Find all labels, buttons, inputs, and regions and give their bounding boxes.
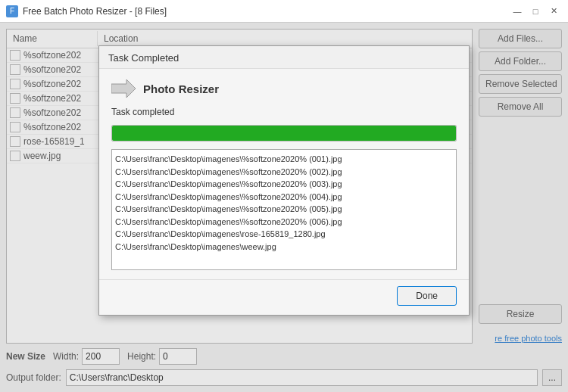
modal-header-row: Photo Resizer xyxy=(111,78,457,99)
progress-bar-container xyxy=(111,125,457,142)
minimize-button[interactable]: — xyxy=(509,4,526,19)
title-bar-left: F Free Batch Photo Resizer - [8 Files] xyxy=(6,5,167,17)
log-area[interactable]: C:\Users\franc\Desktop\imagenes\%softzon… xyxy=(111,149,457,270)
log-entry: C:\Users\franc\Desktop\imagenes\%softzon… xyxy=(115,191,453,204)
modal-footer: Done xyxy=(99,279,469,315)
window-controls: — □ ✕ xyxy=(509,4,562,19)
modal-app-title: Photo Resizer xyxy=(143,82,219,95)
log-entry: C:\Users\franc\Desktop\imagenes\rose-165… xyxy=(115,228,453,241)
progress-bar-fill xyxy=(112,126,456,141)
task-label: Task completed xyxy=(111,107,457,117)
modal-dialog: Task Completed Photo Resizer Task comple… xyxy=(98,45,470,316)
app-title: Free Batch Photo Resizer - [8 Files] xyxy=(23,6,167,17)
svg-marker-0 xyxy=(111,79,136,98)
log-entry: C:\Users\franc\Desktop\imagenes\weew.jpg xyxy=(115,241,453,254)
maximize-button[interactable]: □ xyxy=(527,4,544,19)
log-entry: C:\Users\franc\Desktop\imagenes\%softzon… xyxy=(115,178,453,191)
arrow-right-icon xyxy=(111,78,136,99)
modal-title-bar: Task Completed xyxy=(99,46,469,69)
log-entry: C:\Users\franc\Desktop\imagenes\%softzon… xyxy=(115,166,453,179)
log-entry: C:\Users\franc\Desktop\imagenes\%softzon… xyxy=(115,216,453,229)
modal-overlay: Task Completed Photo Resizer Task comple… xyxy=(0,23,568,392)
app-icon: F xyxy=(6,5,18,17)
done-button[interactable]: Done xyxy=(397,286,457,306)
log-entry: C:\Users\franc\Desktop\imagenes\%softzon… xyxy=(115,153,453,166)
log-entry: C:\Users\franc\Desktop\imagenes\%softzon… xyxy=(115,203,453,216)
modal-title-text: Task Completed xyxy=(108,52,179,64)
modal-body: Photo Resizer Task completed C:\Users\fr… xyxy=(99,69,469,279)
title-bar: F Free Batch Photo Resizer - [8 Files] —… xyxy=(0,0,568,23)
close-button[interactable]: ✕ xyxy=(545,4,562,19)
